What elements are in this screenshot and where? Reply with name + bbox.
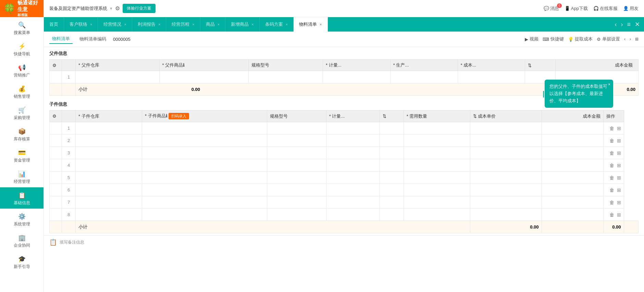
child-row6-unit[interactable] <box>326 184 380 196</box>
copy-icon-row4[interactable]: ⊞ <box>617 163 621 168</box>
copy-icon-row1[interactable]: ⊞ <box>617 126 621 131</box>
settings-icon[interactable]: ⚙ <box>115 5 120 12</box>
sidebar-item-search[interactable]: 🔍 搜索菜单 <box>0 17 44 38</box>
experience-button[interactable]: 体验行业方案 <box>123 4 156 13</box>
delete-icon-row8[interactable]: 🗑 <box>609 212 614 218</box>
delete-icon-row1[interactable]: 🗑 <box>609 126 614 131</box>
sidebar-item-inventory[interactable]: 📦 库存核算 <box>0 124 44 145</box>
nav-tab-经营历程[interactable]: 经营历程× <box>166 17 200 32</box>
parent-row1-warehouse[interactable] <box>76 71 160 83</box>
grid-view-btn[interactable]: ⊞ <box>635 37 639 42</box>
delete-icon-row5[interactable]: 🗑 <box>609 175 614 180</box>
child-row3-spec[interactable] <box>267 147 326 159</box>
delete-icon-row7[interactable]: 🗑 <box>609 200 614 205</box>
child-row2-spec[interactable] <box>267 135 326 147</box>
copy-icon-row7[interactable]: ⊞ <box>617 200 621 205</box>
child-row7-qty[interactable] <box>404 196 470 209</box>
sidebar-item-purchase[interactable]: 🛒 采购管理 <box>0 102 44 124</box>
child-row5-qty[interactable] <box>404 172 470 184</box>
nav-close-all-button[interactable]: ✕ <box>633 20 641 29</box>
child-row8-product[interactable] <box>142 209 267 221</box>
sidebar-item-operations[interactable]: 📊 经营管理 <box>0 166 44 187</box>
nav-tab-新增商品[interactable]: 新增商品× <box>225 17 259 32</box>
nav-tab-首页[interactable]: 首页 <box>44 17 64 32</box>
child-row8-unit-cost[interactable] <box>470 209 542 221</box>
child-row8-warehouse[interactable] <box>76 209 142 221</box>
copy-icon-row8[interactable]: ⊞ <box>617 212 621 218</box>
tab-close-icon[interactable]: × <box>251 22 253 26</box>
sidebar-item-finance[interactable]: 💳 资金管理 <box>0 145 44 166</box>
settings-action[interactable]: ⚙ 单据设置 <box>597 36 620 42</box>
child-row5-spec[interactable] <box>267 172 326 184</box>
child-row2-qty[interactable] <box>404 135 470 147</box>
child-row5-unit-cost[interactable] <box>470 172 542 184</box>
sidebar-item-marketing[interactable]: 📢 营销推广 <box>0 60 44 81</box>
nav-tab-物料清单[interactable]: 物料清单× <box>294 17 327 32</box>
child-row7-unit-cost[interactable] <box>470 196 542 209</box>
view-action[interactable]: ▶ 视频 <box>525 36 538 42</box>
tooltip-close-button[interactable]: × <box>608 81 610 88</box>
child-row5-warehouse[interactable] <box>76 172 142 184</box>
child-row4-qty[interactable] <box>404 159 470 172</box>
child-row6-unit-cost[interactable] <box>470 184 542 196</box>
app-download-button[interactable]: 📱 App下载 <box>565 5 588 12</box>
tab-close-icon[interactable]: × <box>124 22 126 26</box>
child-row6-warehouse[interactable] <box>76 184 142 196</box>
user-avatar[interactable]: 👤 用友 <box>623 5 639 12</box>
child-row3-qty[interactable] <box>404 147 470 159</box>
nav-prev-button[interactable]: ‹ <box>613 20 618 29</box>
delete-icon-row3[interactable]: 🗑 <box>609 150 614 156</box>
child-row1-unit[interactable] <box>326 122 380 135</box>
parent-row1-produce[interactable] <box>390 71 458 83</box>
child-row8-spec[interactable] <box>267 209 326 221</box>
shortcut-action[interactable]: ⌨ 快捷键 <box>543 36 564 42</box>
child-row1-warehouse[interactable] <box>76 122 142 135</box>
delete-icon-row6[interactable]: 🗑 <box>609 187 614 193</box>
child-row8-qty[interactable] <box>404 209 470 221</box>
child-row6-spec[interactable] <box>267 184 326 196</box>
child-row6-product[interactable] <box>142 184 267 196</box>
parent-row1-unit[interactable] <box>323 71 390 83</box>
child-row3-product[interactable] <box>142 147 267 159</box>
sidebar-item-quick-nav[interactable]: ⚡ 快捷导航 <box>0 38 44 60</box>
cost-action[interactable]: 💡 提取成本 <box>568 36 593 42</box>
parent-row1-product[interactable] <box>159 71 248 83</box>
child-row5-product[interactable] <box>142 172 267 184</box>
tab-close-icon[interactable]: × <box>192 22 194 26</box>
child-row3-unit[interactable] <box>326 147 380 159</box>
delete-icon-row4[interactable]: 🗑 <box>609 163 614 168</box>
nav-next-page[interactable]: › <box>630 37 631 42</box>
parent-row1-spec[interactable] <box>248 71 323 83</box>
sidebar-item-newbie[interactable]: 🎓 新手引导 <box>0 251 44 272</box>
copy-icon-row3[interactable]: ⊞ <box>617 150 621 156</box>
parent-col-settings[interactable]: ⚙ <box>50 60 62 71</box>
nav-next-button[interactable]: › <box>619 20 624 29</box>
sidebar-item-sales[interactable]: 💰 销售管理 <box>0 81 44 102</box>
tab-close-icon[interactable]: × <box>90 22 92 26</box>
child-row1-unit-cost[interactable] <box>470 122 542 135</box>
tab-close-icon[interactable]: × <box>218 22 220 26</box>
message-button[interactable]: 💬 消息 6 <box>544 5 559 12</box>
child-row4-unit-cost[interactable] <box>470 159 542 172</box>
child-row1-spec[interactable] <box>267 122 326 135</box>
child-row7-product[interactable] <box>142 196 267 209</box>
sidebar-item-system[interactable]: ⚙️ 系统管理 <box>0 209 44 230</box>
child-row2-unit-cost[interactable] <box>470 135 542 147</box>
child-row4-unit[interactable] <box>326 159 380 172</box>
delete-icon-row2[interactable]: 🗑 <box>609 138 614 143</box>
child-col-settings[interactable]: ⚙ <box>50 110 62 122</box>
nav-tab-客户联络[interactable]: 客户联络× <box>64 17 98 32</box>
child-row2-warehouse[interactable] <box>76 135 142 147</box>
tab-close-icon[interactable]: × <box>158 22 160 26</box>
page-tab-bill[interactable]: 物料清单 <box>49 34 73 44</box>
parent-row1-cost[interactable] <box>458 71 525 83</box>
tab-close-icon[interactable]: × <box>320 22 322 26</box>
page-tab-code[interactable]: 物料清单编码 <box>77 35 109 44</box>
nav-tab-商品[interactable]: 商品× <box>200 17 225 32</box>
child-row5-unit[interactable] <box>326 172 380 184</box>
nav-prev-page[interactable]: ‹ <box>624 37 626 42</box>
child-row4-spec[interactable] <box>267 159 326 172</box>
child-row2-product[interactable] <box>142 135 267 147</box>
sidebar-item-basic-info[interactable]: 📋 基础信息 <box>0 187 44 209</box>
child-row7-spec[interactable] <box>267 196 326 209</box>
